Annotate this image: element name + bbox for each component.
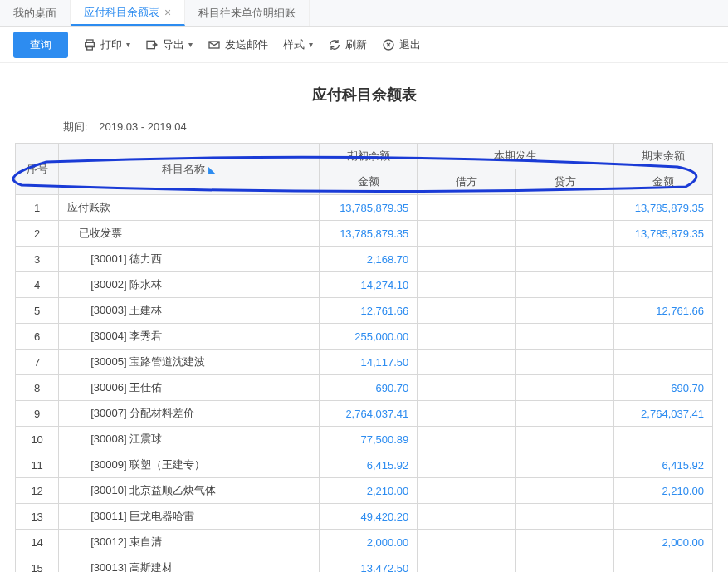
cell-seq: 14	[16, 530, 59, 555]
cell-credit	[515, 272, 614, 298]
cell-credit	[515, 427, 614, 452]
cell-debit	[418, 401, 516, 427]
tab-2[interactable]: 科目往来单位明细账	[185, 0, 310, 26]
col-opening[interactable]: 期初余额	[319, 144, 418, 169]
col-opening-amount[interactable]: 金额	[319, 169, 418, 195]
cell-name: [30004] 李秀君	[59, 324, 319, 350]
col-name[interactable]: 科目名称◣	[59, 144, 319, 195]
table-row[interactable]: 12[30010] 北京益顺乙炔气体2,210.002,210.00	[16, 478, 713, 504]
cell-closing	[614, 504, 713, 530]
cell-name: [30010] 北京益顺乙炔气体	[59, 478, 319, 504]
cell-credit	[515, 350, 614, 375]
table-row[interactable]: 15[30013] 高斯建材13,472.50	[16, 555, 713, 573]
cell-closing: 6,415.92	[614, 452, 713, 478]
export-icon	[145, 38, 159, 51]
cell-seq: 5	[16, 298, 59, 324]
table-row[interactable]: 2已收发票13,785,879.3513,785,879.35	[16, 221, 713, 247]
table-row[interactable]: 4[30002] 陈水林14,274.10	[16, 272, 713, 298]
cell-closing	[614, 272, 713, 298]
cell-name: [30013] 高斯建材	[59, 555, 319, 573]
tab-0[interactable]: 我的桌面	[0, 0, 71, 26]
cell-debit	[418, 478, 516, 504]
query-button[interactable]: 查询	[13, 32, 68, 58]
cell-debit	[418, 272, 516, 298]
cell-seq: 12	[16, 478, 59, 504]
cell-debit	[418, 375, 516, 401]
cell-name: [30002] 陈水林	[59, 272, 319, 298]
col-current[interactable]: 本期发生	[418, 144, 614, 169]
col-closing[interactable]: 期末余额	[614, 144, 713, 169]
print-label: 打印	[100, 37, 122, 52]
cell-closing: 13,785,879.35	[614, 221, 713, 247]
cell-name: 已收发票	[59, 221, 319, 247]
chevron-down-icon: ▾	[309, 40, 313, 49]
table-row[interactable]: 13[30011] 巨龙电器哈雷49,420.20	[16, 504, 713, 530]
cell-credit	[515, 195, 614, 221]
table-row[interactable]: 11[30009] 联塑（王建专）6,415.926,415.92	[16, 452, 713, 478]
table-row[interactable]: 5[30003] 王建林12,761.6612,761.66	[16, 298, 713, 324]
cell-seq: 10	[16, 427, 59, 452]
cell-debit	[418, 195, 516, 221]
chevron-down-icon: ▾	[188, 40, 193, 49]
cell-opening: 690.70	[319, 375, 418, 401]
table-row[interactable]: 7[30005] 宝路管道沈建波14,117.50	[16, 350, 713, 375]
cell-opening: 13,785,879.35	[319, 195, 418, 221]
table-row[interactable]: 9[30007] 分配材料差价2,764,037.412,764,037.41	[16, 401, 713, 427]
cell-name: [30003] 王建林	[59, 298, 319, 324]
col-closing-amount[interactable]: 金额	[614, 169, 713, 195]
cell-seq: 2	[16, 221, 59, 247]
period-row: 期间: 2019.03 - 2019.04	[63, 120, 713, 134]
table-row[interactable]: 3[30001] 德力西2,168.70	[16, 247, 713, 272]
table-row[interactable]: 10[30008] 江震球77,500.89	[16, 427, 713, 452]
cell-seq: 6	[16, 324, 59, 350]
tab-bar: 我的桌面应付科目余额表×科目往来单位明细账	[0, 0, 728, 27]
cell-credit	[515, 478, 614, 504]
col-seq[interactable]: 序号	[16, 144, 59, 195]
period-label: 期间:	[63, 120, 88, 133]
sendmail-button[interactable]: 发送邮件	[208, 37, 268, 52]
cell-debit	[418, 555, 516, 573]
cell-seq: 11	[16, 452, 59, 478]
col-debit[interactable]: 借方	[418, 169, 516, 195]
cell-credit	[515, 375, 614, 401]
style-button[interactable]: 样式 ▾	[283, 37, 313, 52]
report-title: 应付科目余额表	[15, 85, 713, 105]
table-row[interactable]: 6[30004] 李秀君255,000.00	[16, 324, 713, 350]
refresh-button[interactable]: 刷新	[328, 37, 367, 52]
cell-credit	[515, 452, 614, 478]
mail-icon	[208, 38, 221, 51]
tab-1[interactable]: 应付科目余额表×	[71, 0, 185, 26]
cell-opening: 255,000.00	[319, 324, 418, 350]
cell-debit	[418, 452, 516, 478]
cell-closing	[614, 247, 713, 272]
print-button[interactable]: 打印 ▾	[83, 37, 130, 52]
cell-opening: 77,500.89	[319, 427, 418, 452]
period-value: 2019.03 - 2019.04	[99, 120, 187, 133]
cell-seq: 4	[16, 272, 59, 298]
cell-closing: 12,761.66	[614, 298, 713, 324]
cell-closing: 2,210.00	[614, 478, 713, 504]
cell-seq: 1	[16, 195, 59, 221]
cell-debit	[418, 324, 516, 350]
cell-name: [30001] 德力西	[59, 247, 319, 272]
cell-opening: 14,117.50	[319, 350, 418, 375]
cell-debit	[418, 530, 516, 555]
cell-closing	[614, 324, 713, 350]
cell-credit	[515, 401, 614, 427]
cell-seq: 7	[16, 350, 59, 375]
cell-seq: 9	[16, 401, 59, 427]
export-button[interactable]: 导出 ▾	[145, 37, 193, 52]
refresh-label: 刷新	[345, 37, 367, 52]
sort-icon: ◣	[208, 164, 215, 174]
exit-button[interactable]: 退出	[382, 37, 421, 52]
table-row[interactable]: 14[30012] 束自清2,000.002,000.00	[16, 530, 713, 555]
cell-closing: 2,000.00	[614, 530, 713, 555]
toolbar: 查询 打印 ▾ 导出 ▾ 发送邮件 样式 ▾ 刷新 退出	[0, 27, 728, 63]
table-row[interactable]: 8[30006] 王仕佑690.70690.70	[16, 375, 713, 401]
close-icon[interactable]: ×	[164, 7, 171, 18]
col-credit[interactable]: 贷方	[515, 169, 614, 195]
cell-opening: 2,000.00	[319, 530, 418, 555]
tab-label: 应付科目余额表	[84, 5, 159, 20]
table-row[interactable]: 1应付账款13,785,879.3513,785,879.35	[16, 195, 713, 221]
cell-seq: 3	[16, 247, 59, 272]
